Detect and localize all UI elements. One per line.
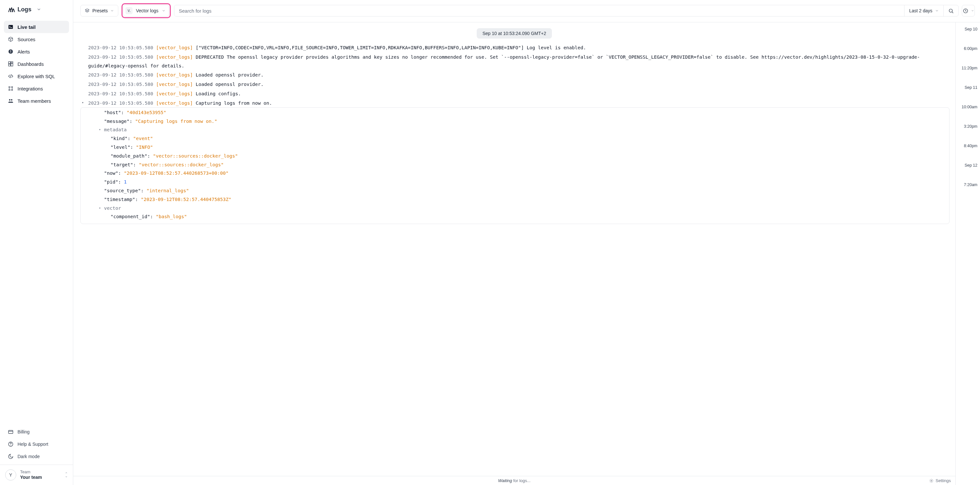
log-line[interactable]: 2023-09-12 10:53:05.580 [vector_logs] Ca… xyxy=(73,99,955,108)
dashboard-icon xyxy=(8,61,14,67)
log-line[interactable]: 2023-09-12 10:53:05.580 [vector_logs] ["… xyxy=(73,43,955,53)
log-line[interactable]: 2023-09-12 10:53:05.580 [vector_logs] Lo… xyxy=(73,89,955,99)
nav-label: Dark mode xyxy=(18,454,40,459)
nav-dashboards[interactable]: Dashboards xyxy=(4,58,69,70)
svg-point-8 xyxy=(12,86,13,88)
terminal-icon xyxy=(8,24,14,30)
card-icon xyxy=(8,429,14,435)
alert-icon xyxy=(8,49,14,54)
svg-point-16 xyxy=(949,9,953,12)
log-line[interactable]: 2023-09-12 10:53:05.580 [vector_logs] DE… xyxy=(73,53,955,71)
log-line[interactable]: 2023-09-12 10:53:05.580 [vector_logs] Lo… xyxy=(73,80,955,89)
timeline-tick[interactable]: Sep 10 xyxy=(958,27,977,32)
svg-rect-0 xyxy=(8,25,13,29)
nav-integrations[interactable]: Integrations xyxy=(4,82,69,95)
clock-icon xyxy=(963,8,968,14)
nav-help[interactable]: Help & Support xyxy=(4,438,69,450)
search-button[interactable] xyxy=(943,5,958,16)
code-icon xyxy=(8,73,14,79)
nav-team-members[interactable]: Team members xyxy=(4,95,69,107)
search-icon xyxy=(948,8,954,14)
nav-explore-sql[interactable]: Explore with SQL xyxy=(4,70,69,82)
source-label: Vector logs xyxy=(136,8,158,13)
svg-point-11 xyxy=(9,99,11,101)
svg-rect-13 xyxy=(8,431,13,434)
svg-point-9 xyxy=(9,89,10,91)
nav-label: Team members xyxy=(18,98,51,104)
nav-sources[interactable]: Sources xyxy=(4,33,69,45)
avatar: Y xyxy=(5,469,16,480)
source-selector-highlight: V. Vector logs xyxy=(121,3,170,18)
time-range-selector[interactable]: Last 2 days xyxy=(904,5,943,16)
log-line[interactable]: 2023-09-12 10:53:05.580 [vector_logs] Lo… xyxy=(73,70,955,80)
source-badge: V. xyxy=(126,7,132,14)
nav-alerts[interactable]: Alerts xyxy=(4,45,69,58)
nav-billing[interactable]: Billing xyxy=(4,426,69,438)
timeline-tick[interactable]: 10:00am xyxy=(958,105,977,109)
timeline-tick[interactable]: Sep 11 xyxy=(958,85,977,90)
settings-button[interactable]: Settings xyxy=(929,478,951,483)
team-name: Your team xyxy=(20,475,61,480)
updown-icon: ⌃⌄ xyxy=(65,473,68,477)
timestamp-divider: Sep 10 at 10:53:24.090 GMT+2 xyxy=(73,22,955,43)
app-title: Logs xyxy=(18,6,32,13)
people-icon xyxy=(8,98,14,104)
nav-label: Integrations xyxy=(18,86,43,91)
svg-point-10 xyxy=(12,89,13,91)
svg-rect-6 xyxy=(8,64,10,66)
svg-point-15 xyxy=(10,445,11,446)
nav-label: Explore with SQL xyxy=(18,73,55,79)
nav-label: Billing xyxy=(18,429,30,434)
nav-label: Help & Support xyxy=(18,442,48,447)
nav-label: Sources xyxy=(18,37,35,42)
svg-rect-3 xyxy=(8,62,10,64)
nav-dark-mode[interactable]: Dark mode xyxy=(4,450,69,463)
layers-icon xyxy=(84,8,90,13)
history-button[interactable] xyxy=(962,5,975,16)
status-bar: Waiting for logs... Settings xyxy=(73,476,955,485)
toolbar: Presets V. Vector logs Last 2 days xyxy=(73,0,980,22)
sidebar-bottom-nav: BillingHelp & SupportDark mode xyxy=(0,424,73,464)
help-icon xyxy=(8,441,14,447)
timeline-tick[interactable]: 11:20pm xyxy=(958,66,977,70)
timeline-tick[interactable]: 8:40pm xyxy=(958,144,977,148)
source-selector[interactable]: V. Vector logs xyxy=(123,5,169,16)
svg-rect-4 xyxy=(11,62,13,63)
team-switcher[interactable]: Y Team Your team ⌃⌄ xyxy=(0,464,73,485)
svg-point-2 xyxy=(10,52,11,53)
timeline-tick[interactable]: 6:00pm xyxy=(958,46,977,51)
cube-icon xyxy=(8,36,14,42)
moon-icon xyxy=(8,453,14,459)
chevron-down-icon xyxy=(110,9,114,13)
team-label: Team xyxy=(20,469,61,475)
sidebar: Logs Live tailSourcesAlertsDashboardsExp… xyxy=(0,0,73,485)
timeline-tick[interactable]: Sep 12 xyxy=(958,163,977,168)
nav-label: Live tail xyxy=(18,24,36,30)
timestamp-chip: Sep 10 at 10:53:24.090 GMT+2 xyxy=(477,28,552,38)
svg-rect-5 xyxy=(11,64,13,66)
log-scroll[interactable]: Sep 10 at 10:53:24.090 GMT+2 2023-09-12 … xyxy=(73,22,955,476)
log-pane: Sep 10 at 10:53:24.090 GMT+2 2023-09-12 … xyxy=(73,22,955,485)
search-input[interactable] xyxy=(174,5,905,16)
timeline-tick[interactable]: 7:20am xyxy=(958,182,977,187)
integrations-icon xyxy=(8,86,14,91)
chevron-down-icon xyxy=(162,9,165,13)
svg-point-12 xyxy=(11,99,13,101)
log-detail: "host": "40d143e53955""message": "Captur… xyxy=(80,107,950,224)
svg-point-7 xyxy=(9,86,10,88)
svg-point-18 xyxy=(931,480,932,482)
nav-label: Alerts xyxy=(18,49,30,54)
timeline-scrubber[interactable]: Sep 106:00pm11:20pmSep 1110:00am3:20pm8:… xyxy=(955,22,980,485)
search-bar: Last 2 days xyxy=(174,5,959,16)
chevron-down-icon xyxy=(37,7,41,12)
timeline-tick[interactable]: 3:20pm xyxy=(958,124,977,129)
nav-live-tail[interactable]: Live tail xyxy=(4,21,69,33)
chevron-down-icon xyxy=(971,9,974,12)
logo-icon xyxy=(8,6,15,13)
chevron-down-icon xyxy=(935,9,939,13)
app-switcher[interactable]: Logs xyxy=(0,0,73,19)
nav-label: Dashboards xyxy=(18,61,44,67)
presets-button[interactable]: Presets xyxy=(80,5,118,16)
sidebar-nav: Live tailSourcesAlertsDashboardsExplore … xyxy=(0,19,73,424)
gear-icon xyxy=(929,479,934,483)
